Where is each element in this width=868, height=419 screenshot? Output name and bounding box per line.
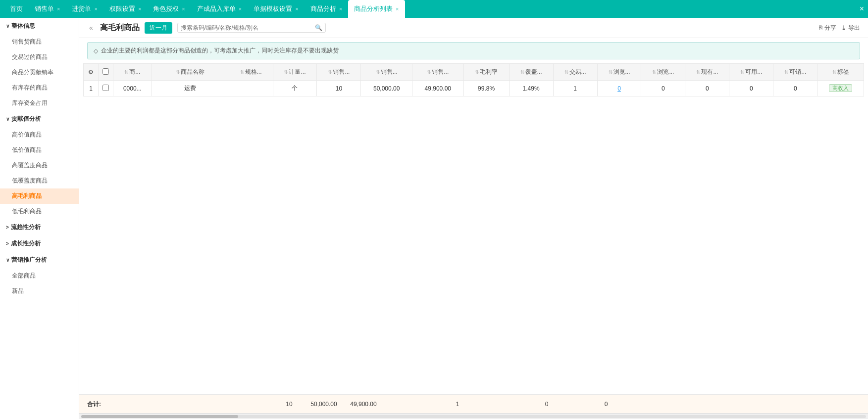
close-all-tabs-button[interactable]: × [860,4,864,13]
col-header-availableQty[interactable]: ⇅可用... [729,64,773,81]
sidebar-item-0-1[interactable]: 交易过的商品 [0,49,79,65]
col-sort-icon-spec: ⇅ [240,69,244,75]
share-button[interactable]: ⎘ 分享 [819,24,836,32]
search-input[interactable] [181,24,315,31]
row-0-checkbox[interactable] [102,85,109,91]
nav-tab-6[interactable]: 单据模板设置× [248,0,304,18]
col-header-salesProfit[interactable]: ⇅销售... [412,64,464,81]
col-header-browseCount2[interactable]: ⇅浏览... [641,64,685,81]
nav-tab-1[interactable]: 销售单× [29,0,66,18]
sidebar-group-0[interactable]: ∨整体信息 [0,18,79,34]
nav-tab-4[interactable]: 角色授权× [147,0,191,18]
sidebar-group-2[interactable]: >流趋性分析 [0,219,79,235]
col-header-tag[interactable]: ⇅标签 [817,64,864,81]
sidebar-item-1-0[interactable]: 高价值商品 [0,127,79,142]
row-0-name: 运费 [152,81,229,96]
col-header-tradeCount[interactable]: ⇅交易... [553,64,597,81]
nav-tab-close-6[interactable]: × [295,6,298,12]
col-sort-icon-saleableQty: ⇅ [784,69,788,75]
footer-cell-7: 50,000.00 [304,401,344,408]
nav-tab-close-3[interactable]: × [138,6,141,12]
nav-tab-3[interactable]: 权限设置× [103,0,147,18]
info-text: 企业的主要的利润都是这部分商品创造的，可考虑加大推广，同时关注库存是不要出现缺货 [101,47,339,55]
sidebar-arrow-3: > [6,241,9,246]
col-header-spec[interactable]: ⇅规格... [229,64,273,81]
select-all-checkbox[interactable] [102,68,109,75]
scrollbar-track[interactable] [81,415,866,418]
bottom-scrollbar[interactable] [79,413,868,419]
nav-tab-close-7[interactable]: × [339,6,342,12]
settings-icon[interactable]: ⚙ [88,69,94,76]
sidebar-item-4-1[interactable]: 新品 [0,283,79,299]
row-0-salesQty: 10 [317,81,361,96]
sidebar-item-1-2[interactable]: 高覆盖度商品 [0,158,79,173]
sidebar-item-1-5[interactable]: 低毛利商品 [0,204,79,219]
search-icon[interactable]: 🔍 [315,24,322,31]
col-header-name[interactable]: ⇅商品名称 [152,64,229,81]
nav-tab-close-4[interactable]: × [182,6,185,12]
sidebar-group-label-3: 成长性分析 [11,239,41,248]
col-label-availableQty: 可用... [745,68,762,76]
collapse-sidebar-button[interactable]: « [87,22,95,34]
footer-cell-5 [250,401,274,408]
nav-tab-close-5[interactable]: × [239,6,242,12]
col-header-salesAmt[interactable]: ⇅销售... [361,64,412,81]
col-header-coverRate[interactable]: ⇅覆盖... [509,64,553,81]
col-settings: ⚙ [84,64,99,81]
sidebar-group-3[interactable]: >成长性分析 [0,235,79,252]
sidebar-item-0-4[interactable]: 库存资金占用 [0,95,79,111]
col-header-unit[interactable]: ⇅计量... [273,64,317,81]
footer-cell-13 [502,401,532,408]
export-button[interactable]: ⤓ 导出 [841,24,860,32]
col-header-currentQty[interactable]: ⇅现有... [685,64,729,81]
sidebar-item-0-2[interactable]: 商品分贡献销率 [0,65,79,80]
col-sort-icon-tradeCount: ⇅ [564,69,568,75]
col-header-saleableQty[interactable]: ⇅可销... [773,64,817,81]
sidebar-item-0-3[interactable]: 有库存的商品 [0,80,79,95]
nav-tab-close-1[interactable]: × [57,6,60,12]
footer-cell-2 [141,401,170,408]
filter-date-button[interactable]: 近一月 [145,22,172,34]
content-area: « 高毛利商品 近一月 🔍 ⎘ 分享 ⤓ 导出 ◇ 企业的主要的利润都是这部 [79,18,868,419]
col-header-grossRate[interactable]: ⇅毛利率 [463,64,509,81]
sidebar-item-0-0[interactable]: 销售货商品 [0,34,79,49]
col-label-salesProfit: 销售... [432,68,449,76]
col-label-salesAmt: 销售... [381,68,398,76]
row-0-unit: 个 [273,81,317,96]
sidebar-item-1-1[interactable]: 低价值商品 [0,142,79,158]
footer-cell-4 [220,401,250,408]
nav-tab-7[interactable]: 商品分析× [305,0,348,18]
nav-tab-close-2[interactable]: × [94,6,97,12]
footer-totals: 合计: 1050,000.0049,900.00100 [79,394,868,413]
footer-cell-8: 49,900.00 [344,401,383,408]
row-0-index: 1 [84,81,99,96]
row-0-browseCount[interactable]: 0 [597,81,641,96]
sidebar-item-1-3[interactable]: 低覆盖度商品 [0,173,79,188]
footer-cell-6: 10 [274,401,304,408]
footer-cell-10 [413,401,443,408]
sidebar-group-4[interactable]: ∨营销推广分析 [0,252,79,268]
sidebar-item-4-0[interactable]: 全部商品 [0,268,79,283]
col-label-grossRate: 毛利率 [480,68,498,76]
row-0-browseCount2[interactable]: 0 [641,81,685,96]
row-0-code: 0000... [113,81,152,96]
browse-link[interactable]: 0 [617,85,621,92]
sidebar-item-1-4[interactable]: 高毛利商品 [0,188,79,204]
sidebar-group-1[interactable]: ∨贡献值分析 [0,111,79,127]
page-title: 高毛利商品 [100,23,140,33]
nav-tab-2[interactable]: 进货单× [66,0,103,18]
col-sort-icon-availableQty: ⇅ [740,69,744,75]
col-header-browseCount[interactable]: ⇅浏览... [597,64,641,81]
col-label-tag: 标签 [837,68,849,76]
scrollbar-thumb[interactable] [81,415,238,418]
nav-tab-8[interactable]: 商品分析列表× [348,0,405,18]
footer-cell-1 [126,401,141,408]
col-header-salesQty[interactable]: ⇅销售... [317,64,361,81]
nav-tab-0[interactable]: 首页 [4,0,29,18]
col-label-spec: 规格... [245,68,262,76]
nav-tab-close-8[interactable]: × [396,6,399,12]
col-sort-icon-unit: ⇅ [284,69,288,75]
nav-tab-5[interactable]: 产成品入库单× [191,0,248,18]
col-label-saleableQty: 可销... [789,68,806,76]
col-header-code[interactable]: ⇅商... [113,64,152,81]
